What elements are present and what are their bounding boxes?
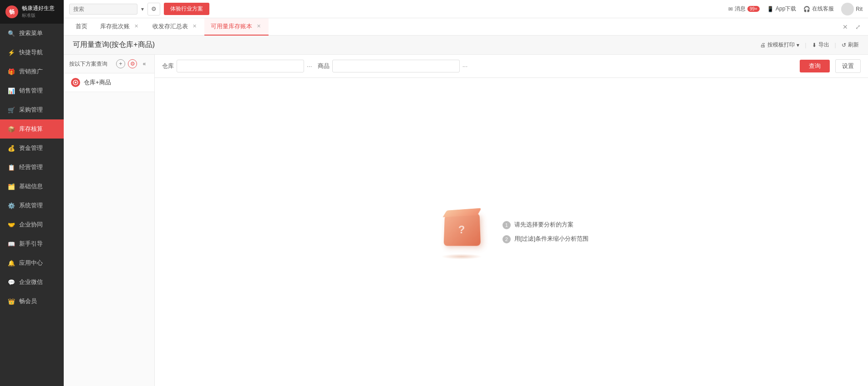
sidebar: 畅 畅康通好生意 标准版 🔍 搜索菜单 ⚡ 快捷导航 🎁 营销推广 📊 销售管理… — [0, 0, 64, 386]
sidebar-item-shortcut[interactable]: ⚡ 快捷导航 — [0, 43, 64, 62]
shortcut-icon: ⚡ — [7, 48, 15, 57]
wechat-icon: 💬 — [7, 278, 15, 286]
empty-tips: 1 请先选择要分析的方案 2 用[过滤]条件来缩小分析范围 — [503, 221, 589, 243]
sidebar-item-wechat[interactable]: 💬 企业微信 — [0, 273, 64, 292]
product-more-btn[interactable]: ··· — [462, 62, 468, 70]
sidebar-item-member[interactable]: 👑 畅会员 — [0, 292, 64, 311]
left-panel-actions: + ⚙ « — [116, 59, 149, 68]
sidebar-brand: 畅康通好生意 标准版 — [22, 5, 55, 19]
message-item[interactable]: ✉ 消息 99+ — [728, 5, 760, 13]
tab-batch-close[interactable]: ✕ — [132, 23, 140, 30]
search-icon: 🔍 — [7, 29, 15, 37]
main-area: ▾ ⚙ 体验行业方案 ✉ 消息 99+ 📱 App下载 🎧 在线客服 Rit — [64, 0, 868, 386]
export-icon: ⬇ — [812, 42, 817, 48]
system-icon: ⚙️ — [7, 201, 15, 210]
empty-shadow — [441, 254, 482, 259]
tab-home[interactable]: 首页 — [69, 18, 94, 36]
print-button[interactable]: 🖨 按模板打印 ▾ — [760, 41, 799, 49]
empty-box — [444, 213, 481, 246]
export-button[interactable]: ⬇ 导出 — [812, 41, 829, 49]
product-field: 商品 ··· — [318, 60, 468, 72]
right-panel: 仓库 ··· 商品 ··· 查询 设置 — [155, 55, 868, 386]
empty-illustration — [434, 205, 489, 259]
sidebar-item-system[interactable]: ⚙️ 系统管理 — [0, 196, 64, 215]
sidebar-item-inventory[interactable]: 📦 库存核算 — [0, 119, 64, 139]
content-area: 按以下方案查询 + ⚙ « 仓库+商品 — [64, 55, 868, 386]
tip-number-1: 1 — [503, 221, 511, 229]
tab-summary-close[interactable]: ✕ — [191, 23, 198, 30]
tab-batch[interactable]: 库存批次账 ✕ — [94, 18, 146, 36]
warehouse-more-btn[interactable]: ··· — [307, 62, 312, 70]
query-button[interactable]: 查询 — [800, 60, 830, 72]
tab-available[interactable]: 可用量库存账本 ✕ — [204, 18, 269, 36]
sidebar-item-enterprise[interactable]: 🤝 企业协同 — [0, 215, 64, 234]
user-profile[interactable]: Rit — [841, 3, 863, 15]
empty-state: 1 请先选择要分析的方案 2 用[过滤]条件来缩小分析范围 — [155, 78, 868, 386]
warehouse-input[interactable] — [177, 60, 304, 72]
sidebar-item-newuser[interactable]: 📖 新手引导 — [0, 234, 64, 253]
message-badge: 99+ — [747, 6, 760, 12]
add-scheme-btn[interactable]: + — [116, 59, 125, 68]
warehouse-label: 仓库 — [162, 62, 174, 70]
product-label: 商品 — [318, 62, 330, 70]
topbar-dropdown[interactable]: ▾ — [141, 6, 144, 12]
sidebar-item-marketing[interactable]: 🎁 营销推广 — [0, 62, 64, 81]
online-service-item[interactable]: 🎧 在线客服 — [803, 5, 834, 13]
left-panel-header: 按以下方案查询 + ⚙ « — [64, 55, 154, 73]
sales-icon: 📊 — [7, 87, 15, 95]
page-title: 可用量查询(按仓库+商品) — [73, 40, 155, 50]
refresh-button[interactable]: ↺ 刷新 — [842, 41, 859, 49]
sidebar-nav: 🔍 搜索菜单 ⚡ 快捷导航 🎁 营销推广 📊 销售管理 🛒 采购管理 📦 库存核… — [0, 24, 64, 386]
member-icon: 👑 — [7, 297, 15, 305]
sidebar-item-operations[interactable]: 📋 经营管理 — [0, 158, 64, 177]
topbar-search-input[interactable] — [69, 4, 137, 15]
sidebar-header: 畅 畅康通好生意 标准版 — [0, 0, 64, 24]
collapse-panel-btn[interactable]: « — [140, 59, 149, 68]
enterprise-icon: 🤝 — [7, 221, 15, 229]
sidebar-item-apps[interactable]: 🔔 应用中心 — [0, 253, 64, 273]
topbar-settings-btn[interactable]: ⚙ — [147, 3, 160, 15]
sidebar-item-sales[interactable]: 📊 销售管理 — [0, 81, 64, 100]
page-header: 可用量查询(按仓库+商品) 🖨 按模板打印 ▾ | ⬇ 导出 | ↺ 刷新 — [64, 36, 868, 55]
sidebar-item-purchase[interactable]: 🛒 采购管理 — [0, 100, 64, 119]
query-bar: 仓库 ··· 商品 ··· 查询 设置 — [155, 55, 868, 78]
inventory-icon: 📦 — [7, 125, 15, 133]
warehouse-field: 仓库 ··· — [162, 60, 312, 72]
tabs-bar: 首页 库存批次账 ✕ 收发存汇总表 ✕ 可用量库存账本 ✕ ✕ ⤢ — [64, 18, 868, 36]
empty-tip-2: 2 用[过滤]条件来缩小分析范围 — [503, 235, 589, 243]
basic-icon: 🗂️ — [7, 182, 15, 190]
phone-icon: 📱 — [767, 6, 774, 12]
apps-icon: 🔔 — [7, 259, 15, 267]
operations-icon: 📋 — [7, 163, 15, 171]
warehouse-scheme-icon — [71, 78, 80, 87]
headset-icon: 🎧 — [803, 6, 810, 12]
tab-window-actions: ✕ ⤢ — [841, 22, 863, 31]
marketing-icon: 🎁 — [7, 67, 15, 76]
purchase-icon: 🛒 — [7, 106, 15, 114]
industry-solution-button[interactable]: 体验行业方案 — [164, 3, 209, 15]
username: Rit — [856, 6, 863, 12]
avatar — [841, 3, 854, 15]
page-actions: 🖨 按模板打印 ▾ | ⬇ 导出 | ↺ 刷新 — [760, 41, 859, 49]
left-panel: 按以下方案查询 + ⚙ « 仓库+商品 — [64, 55, 155, 386]
product-input[interactable] — [332, 60, 460, 72]
sidebar-item-finance[interactable]: 💰 资金管理 — [0, 139, 64, 158]
tab-available-close[interactable]: ✕ — [255, 23, 262, 30]
tab-summary[interactable]: 收发存汇总表 ✕ — [146, 18, 204, 36]
print-dropdown-icon: ▾ — [797, 42, 799, 48]
scheme-item-warehouse-product[interactable]: 仓库+商品 — [64, 73, 154, 92]
sidebar-title: 畅康通好生意 — [22, 5, 55, 12]
topbar: ▾ ⚙ 体验行业方案 ✉ 消息 99+ 📱 App下载 🎧 在线客服 Rit — [64, 0, 868, 18]
tab-maximize-btn[interactable]: ⤢ — [853, 22, 863, 31]
app-download-item[interactable]: 📱 App下载 — [767, 5, 796, 13]
sidebar-item-search[interactable]: 🔍 搜索菜单 — [0, 24, 64, 43]
topbar-right: ✉ 消息 99+ 📱 App下载 🎧 在线客服 Rit — [728, 3, 863, 15]
tab-close-window-btn[interactable]: ✕ — [841, 22, 850, 31]
sidebar-item-basic[interactable]: 🗂️ 基础信息 — [0, 177, 64, 196]
settings-button[interactable]: 设置 — [835, 59, 861, 73]
empty-tip-1: 1 请先选择要分析的方案 — [503, 221, 589, 229]
scheme-settings-btn[interactable]: ⚙ — [128, 59, 137, 68]
sidebar-subtitle: 标准版 — [22, 12, 55, 19]
message-icon: ✉ — [728, 6, 733, 12]
tip-number-2: 2 — [503, 235, 511, 243]
